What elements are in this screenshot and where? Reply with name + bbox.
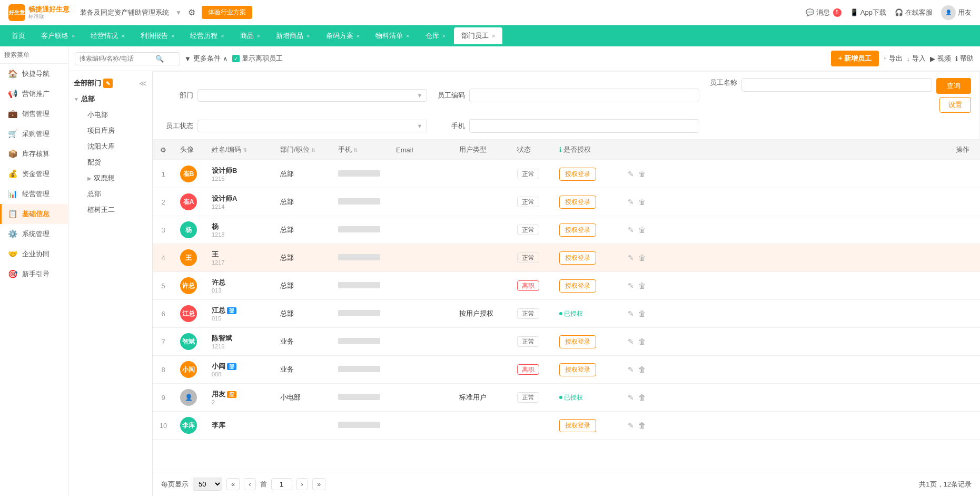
page-number-input[interactable] (271, 478, 292, 490)
app-download-action[interactable]: 📱 App下载 (850, 8, 886, 17)
dropdown-chevron-icon[interactable]: ▼ (175, 9, 182, 16)
dept-item-project[interactable]: 项目库房 (77, 123, 152, 139)
delete-icon[interactable]: 🗑 (638, 421, 646, 430)
sidebar-item-system[interactable]: ⚙️ 系统管理 (0, 224, 68, 244)
close-icon[interactable]: × (257, 33, 260, 39)
delete-icon[interactable]: 🗑 (638, 337, 646, 346)
auth-login-button[interactable]: 授权登录 (559, 419, 596, 432)
prev-page-button[interactable]: ‹ (244, 478, 255, 490)
dept-item-shenyang[interactable]: 沈阳大库 (77, 139, 152, 154)
edit-icon[interactable]: ✎ (628, 198, 634, 206)
auth-login-button[interactable]: 授权登录 (559, 363, 596, 376)
auth-login-button[interactable]: 授权登录 (559, 223, 596, 237)
add-employee-button[interactable]: + 新增员工 (831, 51, 879, 66)
next-page-button[interactable]: › (296, 478, 308, 490)
delete-icon[interactable]: 🗑 (638, 198, 646, 206)
close-icon[interactable]: × (357, 33, 360, 39)
message-action[interactable]: 💬 消息 5 (806, 8, 842, 17)
emp-code-input[interactable] (469, 89, 699, 102)
edit-icon[interactable]: ✎ (628, 281, 634, 290)
delete-icon[interactable]: 🗑 (638, 170, 646, 178)
collapse-button[interactable]: ≪ (139, 79, 147, 87)
tab-barcode[interactable]: 条码方案 × (319, 27, 367, 44)
auth-login-button[interactable]: 授权登录 (559, 279, 596, 293)
dept-item-shuanglv[interactable]: ▶ 双鹿想 (77, 170, 152, 186)
edit-icon[interactable]: ✎ (628, 309, 634, 318)
sidebar-item-operations[interactable]: 📊 经营管理 (0, 184, 68, 204)
tab-profit[interactable]: 利润报告 × (133, 27, 182, 44)
tab-business[interactable]: 经营情况 × (83, 27, 132, 44)
dept-item-zongbu[interactable]: 总部 (77, 186, 152, 202)
sidebar-item-basic[interactable]: 📋 基础信息 (0, 204, 68, 224)
sidebar-search-input[interactable] (4, 51, 68, 59)
online-service-action[interactable]: 🎧 在线客服 (895, 8, 933, 17)
page-size-select[interactable]: 50 20 100 (193, 478, 222, 491)
export-button[interactable]: ↑ 导出 (883, 54, 903, 63)
edit-icon[interactable]: ✎ (628, 254, 634, 262)
sidebar-item-finance[interactable]: 💰 资金管理 (0, 164, 68, 184)
edit-icon[interactable]: ✎ (628, 393, 634, 402)
sidebar-item-nav[interactable]: 🏠 快捷导航 (0, 64, 68, 84)
close-icon[interactable]: × (121, 33, 124, 39)
close-icon[interactable]: × (442, 33, 446, 39)
delete-icon[interactable]: 🗑 (638, 365, 646, 374)
emp-name-input[interactable] (741, 78, 932, 92)
edit-icon[interactable]: ✎ (103, 79, 113, 88)
tab-home[interactable]: 首页 (4, 27, 33, 44)
auth-login-button[interactable]: 授权登录 (559, 251, 596, 265)
delete-icon[interactable]: 🗑 (638, 393, 646, 402)
dept-item-zhishu[interactable]: 植树王二 (77, 202, 152, 218)
close-icon[interactable]: × (72, 33, 75, 39)
tab-department[interactable]: 部门员工 × (454, 27, 502, 44)
tab-bom[interactable]: 物料清单 × (368, 27, 417, 44)
dept-item-peihuo[interactable]: 配货 (77, 154, 152, 170)
close-icon[interactable]: × (492, 33, 495, 39)
th-name[interactable]: 姓名/编码 ⇅ (205, 140, 274, 160)
auth-login-button[interactable]: 授权登录 (559, 196, 596, 209)
tab-customer[interactable]: 客户联络 × (34, 27, 82, 44)
edit-icon[interactable]: ✎ (628, 170, 634, 178)
edit-icon[interactable]: ✎ (628, 226, 634, 234)
settings-icon[interactable]: ⚙ (160, 146, 166, 154)
sidebar-item-purchase[interactable]: 🛒 采购管理 (0, 124, 68, 144)
all-depts-btn[interactable]: 全部部门 ✎ (74, 79, 113, 88)
import-button[interactable]: ↓ 导入 (907, 54, 926, 63)
close-icon[interactable]: × (306, 33, 310, 39)
reset-button[interactable]: 设置 (939, 97, 971, 113)
search-input[interactable] (80, 55, 153, 62)
gear-button[interactable]: ⚙ (188, 7, 195, 17)
sidebar-item-guide[interactable]: 🎯 新手引导 (0, 264, 68, 284)
user-action[interactable]: 👤 用友 (941, 5, 972, 20)
tab-warehouse[interactable]: 仓库 × (418, 27, 453, 44)
sidebar-item-inventory[interactable]: 📦 库存核算 (0, 144, 68, 164)
close-icon[interactable]: × (171, 33, 174, 39)
dept-item-xiaodian[interactable]: 小电部 (77, 107, 152, 123)
close-icon[interactable]: × (406, 33, 409, 39)
tab-goods[interactable]: 商品 × (233, 27, 268, 44)
tab-history[interactable]: 经营历程 × (183, 27, 231, 44)
view-button[interactable]: ▶ 视频 (930, 54, 951, 63)
edit-icon[interactable]: ✎ (628, 337, 634, 346)
show-resigned-toggle[interactable]: ✓ 显示离职员工 (232, 54, 283, 63)
tab-add-goods[interactable]: 新增商品 × (269, 27, 317, 44)
sidebar-search[interactable]: 🔍 (0, 46, 68, 64)
delete-icon[interactable]: 🗑 (638, 254, 646, 262)
search-box[interactable]: 🔍 (75, 52, 180, 65)
th-dept[interactable]: 部门/职位 ⇅ (274, 140, 332, 160)
first-page-button[interactable]: « (226, 478, 240, 490)
dept-group-root[interactable]: ▼ 总部 (68, 91, 152, 107)
delete-icon[interactable]: 🗑 (638, 309, 646, 318)
dept-select[interactable]: ▼ (197, 89, 427, 102)
search-button[interactable]: 查询 (936, 78, 971, 94)
help-button[interactable]: ℹ 帮助 (955, 54, 974, 63)
auth-login-button[interactable]: 授权登录 (559, 168, 596, 181)
delete-icon[interactable]: 🗑 (638, 226, 646, 234)
sidebar-item-collab[interactable]: 🤝 企业协同 (0, 244, 68, 264)
sidebar-item-marketing[interactable]: 📢 营销推广 (0, 84, 68, 104)
edit-icon[interactable]: ✎ (628, 421, 634, 430)
last-page-button[interactable]: » (312, 478, 325, 490)
delete-icon[interactable]: 🗑 (638, 281, 646, 290)
more-filter-btn[interactable]: ▼ 更多条件 ∧ (184, 54, 228, 63)
close-icon[interactable]: × (221, 33, 224, 39)
auth-login-button[interactable]: 授权登录 (559, 335, 596, 348)
